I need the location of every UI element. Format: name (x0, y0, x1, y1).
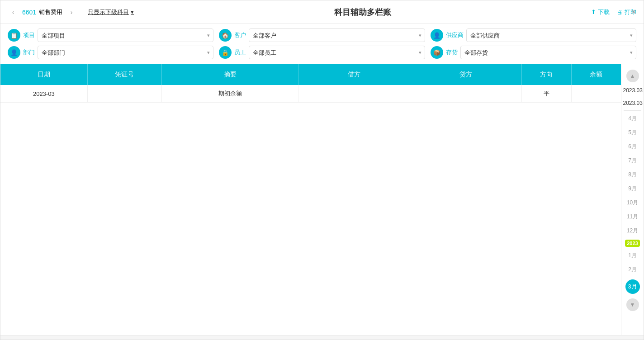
supplier-label: 供应商 (446, 31, 464, 39)
col-summary: 摘要 (162, 64, 298, 85)
customer-label: 客户 (234, 31, 246, 39)
toolbar-right: ⬆ 下载 🖨 打印 (591, 8, 636, 16)
download-button[interactable]: ⬆ 下载 (591, 8, 610, 16)
side-month-12[interactable]: 12月 (622, 224, 643, 237)
project-select-wrapper: 全部项目 ▾ (38, 28, 213, 42)
col-credit: 贷方 (410, 64, 521, 85)
col-direction: 方向 (521, 64, 571, 85)
cell-summary: 期初余额 (162, 85, 298, 103)
employee-select[interactable]: 全部员工 (249, 46, 425, 59)
table-row: 2023-03期初余额平 (0, 85, 621, 103)
filter-project: 📋 项目 全部项目 ▾ (8, 28, 213, 42)
table-container: 日期 凭证号 摘要 借方 贷方 方向 余额 2023-03期初余额平 (0, 64, 644, 335)
filter-row-2: 👤 部门 全部部门 ▾ 🔒 员工 全部员工 ▾ (8, 46, 636, 59)
project-label: 项目 (23, 31, 35, 39)
cell-direction: 平 (521, 85, 571, 103)
side-month-4[interactable]: 4月 (622, 112, 643, 125)
cell-balance (571, 85, 621, 103)
department-label: 部门 (23, 48, 35, 57)
account-name: 销售费用 (39, 8, 62, 16)
supplier-select-wrapper: 全部供应商 ▾ (466, 28, 636, 42)
side-month-8[interactable]: 8月 (622, 168, 643, 181)
employee-select-wrapper: 全部员工 ▾ (249, 46, 425, 59)
department-icon: 👤 (8, 46, 20, 59)
department-select[interactable]: 全部部门 (38, 46, 213, 59)
title-bar: ‹ 6601 销售费用 › 只显示下级科目 ▾ 科目辅助多栏账 ⬆ 下载 🖨 打… (0, 0, 644, 24)
show-sub-arrow-icon: ▾ (131, 9, 134, 15)
show-sub-button[interactable]: 只显示下级科目 ▾ (88, 8, 134, 16)
main-window: ‹ 6601 销售费用 › 只显示下级科目 ▾ 科目辅助多栏账 ⬆ 下载 🖨 打… (0, 0, 644, 340)
customer-select[interactable]: 全部客户 (249, 28, 425, 42)
print-icon: 🖨 (617, 9, 623, 15)
col-balance: 余额 (571, 64, 621, 85)
cell-debit (298, 85, 410, 103)
col-date: 日期 (0, 64, 87, 85)
customer-icon: 🏠 (219, 29, 232, 42)
scrollbar-track (0, 335, 644, 340)
side-year-badge[interactable]: 2023 (625, 240, 639, 247)
filter-bar: 📋 项目 全部项目 ▾ 🏠 客户 全部客户 ▾ (0, 24, 644, 64)
side-month-5[interactable]: 5月 (622, 126, 643, 139)
employee-label: 员工 (234, 48, 246, 57)
side-month-7[interactable]: 7月 (622, 154, 643, 167)
filter-employee: 🔒 员工 全部员工 ▾ (219, 46, 425, 59)
employee-icon: 🔒 (219, 46, 232, 59)
cell-date: 2023-03 (0, 85, 87, 103)
filter-row-1: 📋 项目 全部项目 ▾ 🏠 客户 全部客户 ▾ (8, 28, 636, 42)
inventory-select[interactable]: 全部存货 (460, 46, 636, 59)
nav-next-button[interactable]: › (66, 7, 77, 18)
supplier-select[interactable]: 全部供应商 (466, 28, 636, 42)
side-month-3-active[interactable]: 3月 (625, 279, 640, 294)
col-debit: 借方 (298, 64, 410, 85)
side-month-2[interactable]: 2月 (622, 263, 643, 276)
project-select[interactable]: 全部项目 (38, 28, 213, 42)
side-down-button[interactable]: ▼ (626, 298, 639, 311)
side-divider-1 (624, 110, 641, 111)
show-sub-label: 只显示下级科目 (88, 8, 129, 16)
inventory-icon: 📦 (431, 46, 443, 59)
cell-voucher (87, 85, 162, 103)
side-panel: ▲ 2023.03 2023.03 4月 5月 6月 7月 8月 9月 10月 … (621, 64, 644, 335)
inventory-label: 存货 (446, 48, 458, 57)
side-month-6[interactable]: 6月 (622, 140, 643, 153)
side-month-9[interactable]: 9月 (622, 182, 643, 195)
horizontal-scrollbar[interactable] (0, 335, 644, 340)
side-period-1[interactable]: 2023.03 (622, 85, 643, 96)
side-up-button[interactable]: ▲ (626, 70, 639, 82)
filter-inventory: 📦 存货 全部存货 ▾ (431, 46, 636, 59)
col-voucher: 凭证号 (87, 64, 162, 85)
side-month-11[interactable]: 11月 (622, 210, 643, 223)
filter-supplier: 👤 供应商 全部供应商 ▾ (431, 28, 636, 42)
page-title: 科目辅助多栏账 (134, 7, 591, 18)
nav-prev-button[interactable]: ‹ (8, 7, 19, 18)
ledger-table: 日期 凭证号 摘要 借方 贷方 方向 余额 2023-03期初余额平 (0, 64, 621, 103)
department-select-wrapper: 全部部门 ▾ (38, 46, 213, 59)
filter-department: 👤 部门 全部部门 ▾ (8, 46, 213, 59)
account-code: 6601 (22, 9, 36, 16)
download-label: 下载 (598, 8, 610, 16)
project-icon: 📋 (8, 29, 20, 42)
filter-customer: 🏠 客户 全部客户 ▾ (219, 28, 425, 42)
customer-select-wrapper: 全部客户 ▾ (249, 28, 425, 42)
side-month-10[interactable]: 10月 (622, 196, 643, 209)
table-header-row: 日期 凭证号 摘要 借方 贷方 方向 余额 (0, 64, 621, 85)
account-code-box: 6601 销售费用 (22, 8, 62, 16)
side-month-1[interactable]: 1月 (622, 249, 643, 262)
close-button[interactable]: × (631, 7, 636, 17)
side-period-2[interactable]: 2023.03 (622, 97, 643, 109)
inventory-select-wrapper: 全部存货 ▾ (460, 46, 636, 59)
cell-credit (410, 85, 521, 103)
download-icon: ⬆ (591, 9, 596, 15)
supplier-icon: 👤 (431, 29, 443, 42)
